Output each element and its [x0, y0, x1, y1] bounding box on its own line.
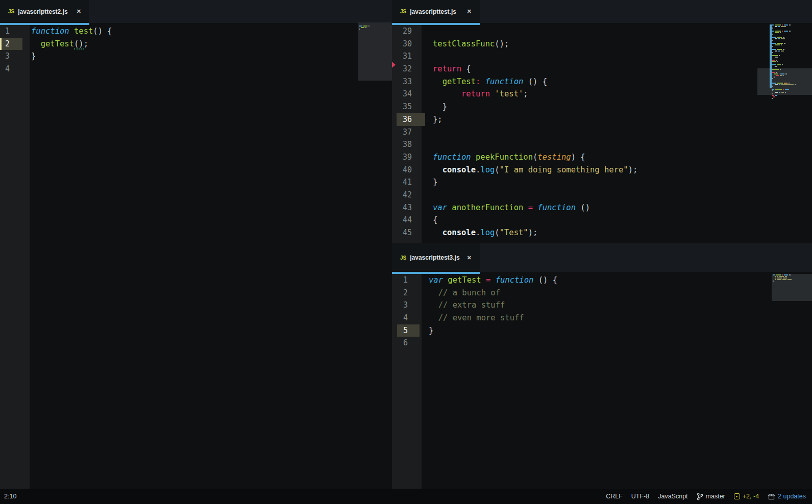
git-branch-indicator[interactable]: master: [697, 493, 725, 500]
code-text[interactable]: return 'test';: [425, 88, 528, 100]
close-icon[interactable]: ✕: [77, 8, 81, 15]
minimap[interactable]: [772, 274, 812, 301]
line-number[interactable]: 37: [397, 126, 425, 139]
line-number[interactable]: 41: [397, 176, 425, 189]
updates-indicator[interactable]: 2 updates: [768, 493, 806, 500]
code-text[interactable]: var getTest = function () {: [420, 274, 557, 287]
code-line[interactable]: 36};: [392, 113, 812, 126]
line-number[interactable]: 4: [0, 63, 22, 75]
code-line[interactable]: 34 return 'test';: [392, 88, 812, 100]
code-line[interactable]: 37: [392, 126, 812, 139]
gutter[interactable]: [0, 25, 30, 489]
line-number[interactable]: 40: [397, 164, 425, 177]
language-indicator[interactable]: JavaScript: [658, 493, 687, 500]
code-line[interactable]: 3 // extra stuff: [392, 299, 812, 312]
code-line[interactable]: 40 console.log("I am doing something her…: [392, 164, 812, 177]
code-line[interactable]: 31: [392, 50, 812, 63]
git-changes-indicator[interactable]: +2, -4: [734, 493, 759, 500]
line-number[interactable]: 2: [0, 38, 22, 51]
tab-javascripttest-js[interactable]: JS javascripttest.js ✕: [392, 0, 480, 23]
code-area[interactable]: 2930testClassFunc();3132return {33 getTe…: [392, 25, 812, 239]
code-text[interactable]: testClassFunc();: [425, 38, 509, 51]
minimap-viewport[interactable]: [757, 68, 812, 95]
cursor-position[interactable]: 2:10: [4, 493, 16, 500]
code-line[interactable]: 33 getTest: function () {: [392, 75, 812, 88]
line-number[interactable]: 31: [397, 50, 425, 63]
line-number[interactable]: 3: [0, 50, 22, 63]
line-number[interactable]: 4: [397, 312, 420, 324]
code-line[interactable]: 6: [392, 337, 812, 349]
line-number[interactable]: 42: [397, 189, 425, 201]
line-number[interactable]: 35: [397, 100, 425, 113]
code-line[interactable]: 1var getTest = function () {: [392, 274, 812, 287]
code-area[interactable]: 1function test() {2 getTest();3}4: [0, 25, 392, 75]
code-text[interactable]: }: [425, 100, 447, 113]
code-line[interactable]: 39function peekFunction(testing) {: [392, 151, 812, 164]
line-number[interactable]: 6: [397, 337, 420, 349]
line-number[interactable]: 1: [397, 274, 420, 287]
code-text[interactable]: console.log("I am doing something here")…: [425, 164, 637, 177]
active-tab-indicator: [0, 23, 89, 25]
code-line[interactable]: 42: [392, 189, 812, 201]
line-number[interactable]: 43: [397, 201, 425, 214]
code-line[interactable]: 35 }: [392, 100, 812, 113]
code-line[interactable]: 4: [0, 63, 392, 75]
code-text[interactable]: function peekFunction(testing) {: [425, 151, 585, 164]
code-line[interactable]: 43var anotherFunction = function (): [392, 201, 812, 214]
line-number[interactable]: 36: [397, 113, 425, 126]
close-icon[interactable]: ✕: [467, 8, 472, 15]
code-line[interactable]: 41}: [392, 176, 812, 189]
code-area[interactable]: 1var getTest = function () {2 // a bunch…: [392, 274, 812, 349]
code-text[interactable]: function test() {: [22, 25, 112, 38]
line-number[interactable]: 3: [397, 299, 420, 312]
code-line[interactable]: 5}: [392, 324, 812, 337]
code-line[interactable]: 2 getTest();: [0, 38, 392, 51]
code-line[interactable]: 30testClassFunc();: [392, 38, 812, 51]
code-text[interactable]: {: [425, 214, 437, 226]
code-line[interactable]: 44{: [392, 214, 812, 226]
code-text[interactable]: console.log("Test");: [425, 226, 537, 239]
minimap-line: [772, 28, 774, 29]
minimap[interactable]: [358, 22, 392, 81]
minimap-line: [774, 77, 776, 78]
code-line[interactable]: 38: [392, 138, 812, 151]
line-number[interactable]: 34: [397, 88, 425, 100]
line-number[interactable]: 44: [397, 214, 425, 226]
line-number[interactable]: 32: [397, 63, 425, 75]
tab-javascripttest2-js[interactable]: JS javascripttest2.js ✕: [0, 0, 89, 23]
line-number[interactable]: 38: [397, 138, 425, 151]
minimap[interactable]: [757, 22, 812, 112]
eol-indicator[interactable]: CRLF: [606, 493, 623, 500]
code-text[interactable]: getTest: function () {: [425, 75, 547, 88]
code-text[interactable]: }: [420, 324, 433, 337]
minimap-line: [775, 66, 778, 67]
line-number[interactable]: 29: [397, 25, 425, 38]
line-number[interactable]: 1: [0, 25, 22, 38]
javascript-file-icon: JS: [8, 9, 14, 14]
code-text[interactable]: // even more stuff: [420, 312, 524, 324]
line-number[interactable]: 45: [397, 226, 425, 239]
code-text[interactable]: var anotherFunction = function (): [425, 201, 590, 214]
code-text[interactable]: };: [425, 113, 442, 126]
code-text[interactable]: return {: [425, 63, 471, 75]
code-line[interactable]: 4 // even more stuff: [392, 312, 812, 324]
code-line[interactable]: 45 console.log("Test");: [392, 226, 812, 239]
code-text[interactable]: // a bunch of: [420, 287, 500, 299]
code-text[interactable]: getTest();: [22, 38, 88, 51]
line-number[interactable]: 33: [397, 75, 425, 88]
tab-javascripttest3-js[interactable]: JS javascripttest3.js ✕: [392, 243, 480, 272]
encoding-indicator[interactable]: UTF-8: [631, 493, 649, 500]
code-line[interactable]: 29: [392, 25, 812, 38]
code-text[interactable]: }: [425, 176, 437, 189]
code-line[interactable]: 3}: [0, 50, 392, 63]
line-number[interactable]: 30: [397, 38, 425, 51]
line-number[interactable]: 5: [397, 324, 420, 337]
code-text[interactable]: // extra stuff: [420, 299, 505, 312]
code-text[interactable]: }: [22, 50, 36, 63]
code-line[interactable]: 1function test() {: [0, 25, 392, 38]
line-number[interactable]: 39: [397, 151, 425, 164]
code-line[interactable]: 32return {: [392, 63, 812, 75]
line-number[interactable]: 2: [397, 287, 420, 299]
close-icon[interactable]: ✕: [467, 255, 472, 261]
code-line[interactable]: 2 // a bunch of: [392, 287, 812, 299]
